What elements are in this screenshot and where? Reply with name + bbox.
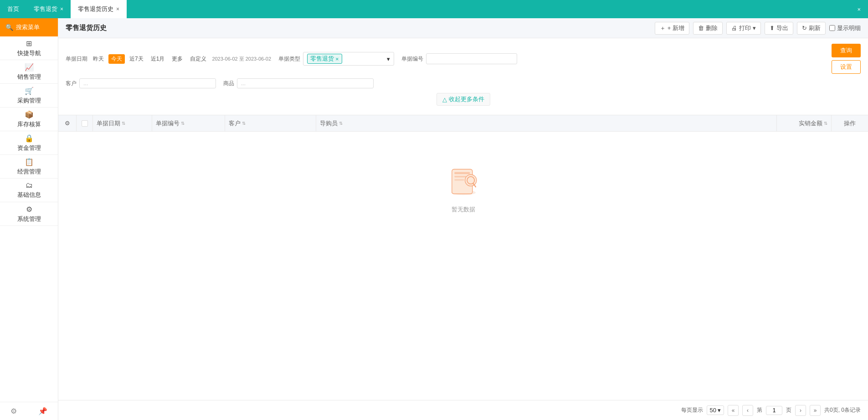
new-button[interactable]: ＋ + 新增 xyxy=(655,22,689,35)
system-icon: ⚙ xyxy=(26,205,32,214)
refresh-button[interactable]: ↻ 刷新 xyxy=(797,22,826,35)
sidebar-item-base-info-label: 基础信息 xyxy=(17,191,41,199)
per-page-dropdown-icon: ▾ xyxy=(718,407,721,414)
th-guide-label: 导购员 xyxy=(320,119,338,128)
settings-icon[interactable]: ⚙ xyxy=(65,120,70,127)
empty-illustration xyxy=(443,159,484,200)
settings-filter-button[interactable]: 设置 xyxy=(832,60,861,74)
svg-rect-4 xyxy=(454,179,464,181)
customer-select[interactable]: ... xyxy=(79,78,216,88)
page-header: 零售退货历史 ＋ + 新增 🗑 删除 🖨 打印 ▾ ⬆ 导出 xyxy=(58,18,868,38)
next-page-btn[interactable]: › xyxy=(795,405,806,416)
th-customer-sort-icon[interactable]: ⇅ xyxy=(242,121,246,126)
purchase-icon: 🛒 xyxy=(25,87,34,95)
search-icon: 🔍 xyxy=(5,24,13,31)
page-label: 第 xyxy=(757,406,762,414)
doc-no-label: 单据编号 xyxy=(401,55,423,63)
new-icon: ＋ xyxy=(660,24,666,32)
sidebar-item-purchase-label: 采购管理 xyxy=(17,97,41,105)
finance-icon: 🔒 xyxy=(25,134,34,143)
customer-filter: 客户 ... xyxy=(66,78,216,88)
date-shortcut-1month[interactable]: 近1月 xyxy=(148,54,168,64)
th-guide-sort-icon[interactable]: ⇅ xyxy=(339,121,343,126)
last-page-btn[interactable]: » xyxy=(810,405,821,416)
tab-retail-return[interactable]: 零售退货 × xyxy=(26,0,71,18)
sidebar-item-operation[interactable]: 📋 经营管理 xyxy=(0,155,58,179)
main-layout: 🔍 搜索菜单 ⊞ 快捷导航 📈 销售管理 🛒 采购管理 📦 库存核算 🔒 xyxy=(0,18,868,420)
tab-home[interactable]: 首页 xyxy=(0,0,26,18)
th-date-sort-icon[interactable]: ⇅ xyxy=(122,121,125,126)
export-icon: ⬆ xyxy=(770,25,775,31)
sidebar-gear-btn[interactable]: ⚙ xyxy=(10,407,17,415)
date-shortcut-yesterday[interactable]: 昨天 xyxy=(90,54,107,64)
page-total: 共0页, 0条记录 xyxy=(824,406,861,414)
display-detail-label: 显示明细 xyxy=(837,24,861,32)
delete-icon: 🗑 xyxy=(698,25,704,31)
th-no: 单据编号 ⇅ xyxy=(152,115,225,131)
table-header: ⚙ 单据日期 ⇅ 单据编号 ⇅ 客户 ⇅ xyxy=(58,115,868,132)
table-area: ⚙ 单据日期 ⇅ 单据编号 ⇅ 客户 ⇅ xyxy=(58,115,868,400)
display-detail-checkbox-label[interactable]: 显示明细 xyxy=(829,24,861,32)
topbar-close[interactable]: × xyxy=(857,6,868,13)
sidebar-search[interactable]: 🔍 搜索菜单 xyxy=(0,18,58,36)
prev-page-btn[interactable]: ‹ xyxy=(742,405,753,416)
doc-type-select[interactable]: 零售退货 × ▾ xyxy=(303,52,394,66)
print-button[interactable]: 🖨 打印 ▾ xyxy=(726,22,761,35)
tab-retail-return-history[interactable]: 零售退货历史 × xyxy=(71,0,127,18)
doc-no-input[interactable] xyxy=(426,53,517,64)
customer-label: 客户 xyxy=(66,80,77,87)
quick-nav-icon: ⊞ xyxy=(26,39,32,48)
th-amount-label: 实销金额 xyxy=(799,119,822,128)
th-guide: 导购员 ⇅ xyxy=(316,115,777,131)
th-no-sort-icon[interactable]: ⇅ xyxy=(181,121,185,126)
select-all-checkbox[interactable] xyxy=(82,120,88,127)
operation-icon: 📋 xyxy=(25,158,34,166)
page-number-input[interactable] xyxy=(766,406,782,415)
goods-select[interactable]: ... xyxy=(237,78,374,88)
th-amount-sort-icon[interactable]: ⇅ xyxy=(824,121,827,126)
date-shortcut-7days[interactable]: 近7天 xyxy=(127,54,146,64)
th-action-label: 操作 xyxy=(844,119,856,128)
display-detail-checkbox[interactable] xyxy=(829,25,835,31)
per-page-select[interactable]: 50 ▾ xyxy=(707,405,724,415)
sidebar-item-base-info[interactable]: 🗂 基础信息 xyxy=(0,179,58,202)
th-action: 操作 xyxy=(832,115,868,131)
date-shortcut-today[interactable]: 今天 xyxy=(108,54,125,64)
sidebar-item-inventory-label: 库存核算 xyxy=(17,120,41,128)
collapse-button[interactable]: △ 收起更多条件 xyxy=(437,93,490,106)
date-shortcut-more[interactable]: 更多 xyxy=(169,54,185,64)
date-filter-label: 单据日期 xyxy=(66,55,87,63)
sidebar-pin-btn[interactable]: 📌 xyxy=(38,407,47,415)
print-icon: 🖨 xyxy=(731,25,737,31)
pagination-bar: 每页显示 50 ▾ « ‹ 第 页 › » 共0页, 0条记录 xyxy=(58,400,868,420)
doc-type-dropdown-icon: ▾ xyxy=(387,56,390,62)
th-settings[interactable]: ⚙ xyxy=(58,115,77,131)
sidebar-item-sales-label: 销售管理 xyxy=(17,73,41,81)
th-date: 单据日期 ⇅ xyxy=(93,115,152,131)
sidebar-item-sales-mgmt[interactable]: 📈 销售管理 xyxy=(0,60,58,84)
svg-rect-3 xyxy=(454,176,467,178)
tab-retail-return-close[interactable]: × xyxy=(60,6,63,12)
tab-home-label: 首页 xyxy=(7,5,19,13)
date-shortcut-custom[interactable]: 自定义 xyxy=(187,54,209,64)
delete-button[interactable]: 🗑 删除 xyxy=(693,22,723,35)
sidebar: 🔍 搜索菜单 ⊞ 快捷导航 📈 销售管理 🛒 采购管理 📦 库存核算 🔒 xyxy=(0,18,58,420)
per-page-value: 50 xyxy=(710,407,716,414)
sidebar-item-quick-nav-label: 快捷导航 xyxy=(17,49,41,57)
first-page-btn[interactable]: « xyxy=(728,405,739,416)
sidebar-item-system[interactable]: ⚙ 系统管理 xyxy=(0,202,58,226)
tab-retail-return-history-close[interactable]: × xyxy=(116,6,119,12)
sidebar-item-quick-nav[interactable]: ⊞ 快捷导航 xyxy=(0,36,58,60)
sidebar-item-purchase-mgmt[interactable]: 🛒 采购管理 xyxy=(0,84,58,108)
collapse-arrow-icon: △ xyxy=(442,96,447,103)
sales-icon: 📈 xyxy=(25,63,34,72)
doc-type-tag: 零售退货 × xyxy=(307,54,342,64)
th-customer: 客户 ⇅ xyxy=(225,115,316,131)
doc-type-tag-close[interactable]: × xyxy=(335,56,339,62)
export-button[interactable]: ⬆ 导出 xyxy=(765,22,793,35)
sidebar-item-finance[interactable]: 🔒 资金管理 xyxy=(0,131,58,155)
sidebar-item-inventory[interactable]: 📦 库存核算 xyxy=(0,108,58,131)
th-amount: 实销金额 ⇅ xyxy=(777,115,832,131)
query-button[interactable]: 查询 xyxy=(832,44,861,57)
th-customer-label: 客户 xyxy=(229,119,241,128)
